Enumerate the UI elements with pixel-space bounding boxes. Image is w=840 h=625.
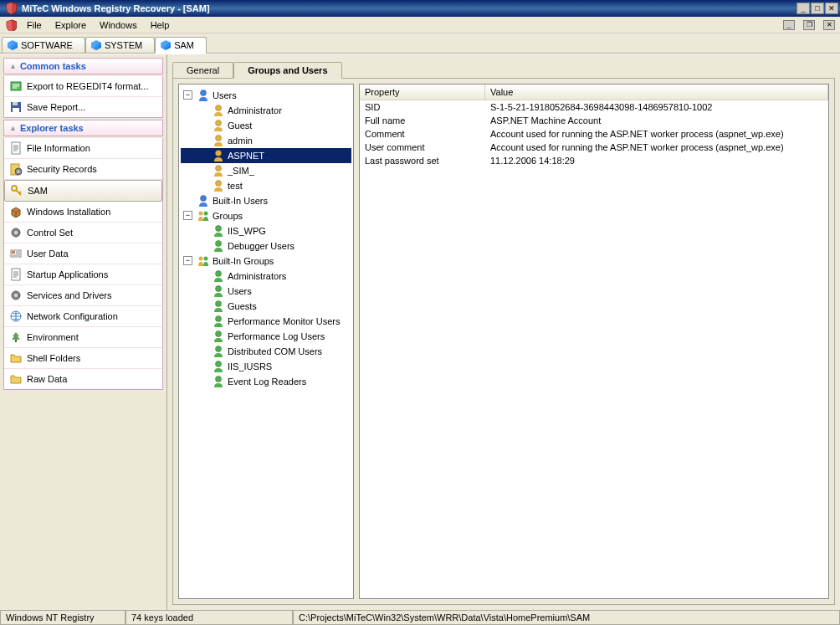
task-security-label: Security Records — [27, 164, 97, 174]
task-startup[interactable]: Startup Applications — [4, 264, 162, 285]
task-control-set[interactable]: Control Set — [4, 223, 162, 243]
menu-explore[interactable]: Explore — [49, 18, 93, 32]
tree-dcom[interactable]: Distributed COM Users — [181, 344, 351, 359]
tree-perfmon-label: Performance Monitor Users — [228, 316, 341, 326]
cube-icon — [91, 40, 101, 50]
tree-users2-label: Users — [228, 286, 252, 296]
task-file-info[interactable]: File Information — [4, 138, 162, 159]
task-services[interactable]: Services and Drivers — [4, 285, 162, 306]
tree-eventlog[interactable]: Event Log Readers — [181, 374, 351, 389]
ctab-general[interactable]: General — [172, 62, 233, 78]
tree-debugger[interactable]: Debugger Users — [181, 238, 351, 254]
tree-administrators[interactable]: Administrators — [181, 269, 351, 284]
common-tasks-header[interactable]: ▲Common tasks — [3, 58, 163, 74]
tree-perfmon[interactable]: Performance Monitor Users — [181, 314, 351, 329]
task-security[interactable]: Security Records — [4, 159, 162, 180]
task-export[interactable]: Export to REGEDIT4 format... — [4, 76, 162, 97]
task-raw-data[interactable]: Raw Data — [4, 369, 162, 389]
prop-key: User comment — [360, 142, 485, 152]
explorer-tasks-header[interactable]: ▲Explorer tasks — [3, 120, 163, 136]
tree-aspnet[interactable]: ASPNET — [181, 148, 351, 163]
card-icon — [9, 247, 23, 260]
expander-minus-icon[interactable]: − — [183, 211, 192, 220]
tree-admin[interactable]: Administrator — [181, 103, 351, 118]
task-environment[interactable]: Environment — [4, 327, 162, 348]
tab-system-label: SYSTEM — [105, 40, 142, 50]
mdi-minimize-button[interactable]: _ — [783, 20, 795, 30]
task-network[interactable]: Network Configuration — [4, 306, 162, 327]
tree-users[interactable]: −Users — [181, 88, 351, 103]
chevron-icon: ▲ — [9, 124, 17, 132]
task-sam[interactable]: SAM — [4, 180, 162, 202]
tree-iis-iusrs[interactable]: IIS_IUSRS — [181, 359, 351, 374]
header-value[interactable]: Value — [485, 85, 828, 100]
task-startup-label: Startup Applications — [27, 269, 108, 279]
tree-builtin-groups-label: Built-In Groups — [213, 256, 274, 266]
prop-row[interactable]: CommentAccount used for running the ASP.… — [360, 127, 828, 141]
tree-perflog-label: Performance Log Users — [228, 331, 325, 341]
prop-row[interactable]: User commentAccount used for running the… — [360, 141, 828, 154]
tree-panel[interactable]: −Users Administrator Guest admin ASPNET … — [178, 84, 354, 599]
tree-iis-wpg[interactable]: IIS_WPG — [181, 223, 351, 238]
menu-file[interactable]: File — [20, 18, 49, 32]
close-button[interactable]: ✕ — [825, 3, 838, 14]
tree-admin2[interactable]: admin — [181, 133, 351, 148]
user-gold-icon — [212, 164, 225, 177]
prop-row[interactable]: Full nameASP.NET Machine Account — [360, 114, 828, 127]
record-icon — [9, 162, 23, 176]
tree-groups-label: Groups — [213, 211, 243, 221]
menu-windows[interactable]: Windows — [93, 18, 144, 32]
ctab-general-label: General — [187, 65, 219, 75]
task-shell-folders[interactable]: Shell Folders — [4, 348, 162, 369]
mdi-close-button[interactable]: ✕ — [823, 20, 835, 30]
user-green-icon — [212, 330, 225, 343]
user-green-icon — [212, 269, 225, 283]
mdi-restore-button[interactable]: ❐ — [803, 20, 815, 30]
user-gold-icon — [212, 104, 225, 117]
user-green-icon — [212, 300, 225, 313]
tree-sim[interactable]: _SIM_ — [181, 163, 351, 178]
gear-icon — [9, 289, 23, 302]
tab-system[interactable]: SYSTEM — [85, 37, 155, 53]
tree-debugger-label: Debugger Users — [228, 241, 295, 251]
tree-users2[interactable]: Users — [181, 284, 351, 299]
user-blue-icon — [197, 89, 210, 102]
expander-minus-icon[interactable]: − — [183, 90, 192, 100]
common-tasks-body: Export to REGEDIT4 format... Save Report… — [3, 76, 163, 118]
task-user-data[interactable]: User Data — [4, 243, 162, 264]
tree-builtin-groups[interactable]: −Built-In Groups — [181, 254, 351, 269]
group-icon — [197, 209, 210, 223]
window-controls: _ □ ✕ — [796, 3, 838, 14]
tree-iis-iusrs-label: IIS_IUSRS — [228, 361, 272, 371]
chevron-icon: ▲ — [9, 62, 17, 70]
prop-row[interactable]: SIDS-1-5-21-1918052684-3698443098-148695… — [360, 100, 828, 114]
hive-tabs: SOFTWARE SYSTEM SAM — [0, 33, 840, 54]
user-green-icon — [212, 375, 225, 388]
ctab-groups-users[interactable]: Groups and Users — [233, 62, 341, 79]
expander-minus-icon[interactable]: − — [183, 256, 192, 265]
tree-perflog[interactable]: Performance Log Users — [181, 329, 351, 344]
tree-guest[interactable]: Guest — [181, 118, 351, 133]
tree-groups[interactable]: −Groups — [181, 208, 351, 223]
menu-help[interactable]: Help — [144, 18, 177, 32]
prop-row[interactable]: Last password set11.12.2006 14:18:29 — [360, 154, 828, 167]
maximize-button[interactable]: □ — [811, 3, 824, 14]
minimize-button[interactable]: _ — [796, 3, 810, 14]
tree-admin2-label: admin — [228, 136, 253, 146]
prop-val: ASP.NET Machine Account — [485, 115, 828, 126]
tab-software[interactable]: SOFTWARE — [2, 37, 85, 53]
task-file-info-label: File Information — [27, 143, 90, 153]
tree-guests-label: Guests — [228, 301, 257, 311]
common-tasks-label: Common tasks — [20, 61, 86, 71]
tab-sam[interactable]: SAM — [155, 37, 207, 54]
header-property[interactable]: Property — [360, 85, 485, 100]
task-network-label: Network Configuration — [27, 311, 118, 321]
tree-guests[interactable]: Guests — [181, 299, 351, 314]
explorer-tasks-label: Explorer tasks — [20, 123, 84, 133]
tree-test[interactable]: test — [181, 178, 351, 193]
task-win-install[interactable]: Windows Installation — [4, 202, 162, 223]
tree-builtin-users[interactable]: Built-In Users — [181, 193, 351, 208]
task-save-report[interactable]: Save Report... — [4, 97, 162, 117]
menu-shield-icon — [5, 19, 17, 31]
box-icon — [9, 205, 23, 218]
